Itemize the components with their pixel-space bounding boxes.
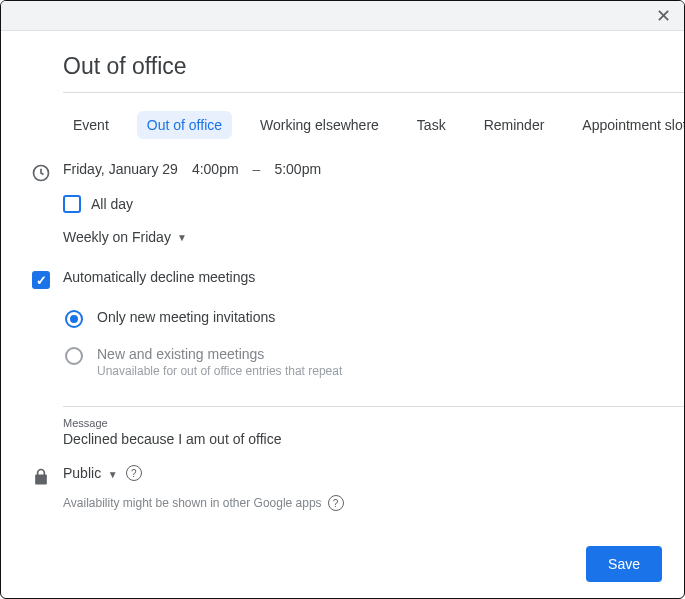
close-icon: ✕ bbox=[656, 6, 671, 26]
radio-new-and-existing-sub: Unavailable for out of office entries th… bbox=[97, 364, 342, 378]
auto-decline-label: Automatically decline meetings bbox=[63, 269, 685, 301]
titlebar: ✕ bbox=[1, 1, 684, 31]
title-underline bbox=[63, 92, 685, 93]
lock-icon bbox=[31, 467, 51, 487]
visibility-section: Public ▼ ? Availability might be shown i… bbox=[63, 465, 685, 511]
date-value[interactable]: Friday, January 29 bbox=[63, 161, 178, 177]
tab-reminder[interactable]: Reminder bbox=[474, 111, 555, 139]
time-dash: – bbox=[253, 161, 261, 177]
recurrence-dropdown[interactable]: Weekly on Friday ▼ bbox=[63, 229, 685, 269]
time-icon-col bbox=[19, 161, 63, 269]
radio-new-only[interactable] bbox=[65, 310, 83, 328]
tab-working-elsewhere[interactable]: Working elsewhere bbox=[250, 111, 389, 139]
time-section: Friday, January 29 4:00pm – 5:00pm All d… bbox=[63, 161, 685, 269]
close-button[interactable]: ✕ bbox=[654, 7, 672, 25]
message-input[interactable]: Declined because I am out of office bbox=[63, 431, 685, 447]
save-button[interactable]: Save bbox=[586, 546, 662, 582]
event-type-tabs: Event Out of office Working elsewhere Ta… bbox=[63, 107, 685, 161]
start-time-value[interactable]: 4:00pm bbox=[192, 161, 239, 177]
check-icon: ✓ bbox=[36, 273, 47, 288]
availability-help-icon[interactable]: ? bbox=[328, 495, 344, 511]
availability-note-row: Availability might be shown in other Goo… bbox=[63, 495, 685, 511]
decline-option-new-only[interactable]: Only new meeting invitations bbox=[63, 301, 685, 338]
message-section: Message Declined because I am out of off… bbox=[63, 406, 685, 465]
radio-new-and-existing bbox=[65, 347, 83, 365]
auto-decline-icon-col: ✓ bbox=[19, 269, 63, 465]
all-day-checkbox[interactable] bbox=[63, 195, 81, 213]
dialog-content: Out of office Event Out of office Workin… bbox=[1, 31, 684, 511]
tab-appointment-slots[interactable]: Appointment slots bbox=[572, 111, 685, 139]
time-row: Friday, January 29 4:00pm – 5:00pm bbox=[63, 161, 685, 195]
visibility-dropdown[interactable]: Public ▼ bbox=[63, 465, 118, 481]
page-title: Out of office bbox=[63, 53, 685, 92]
title-icon-spacer bbox=[19, 53, 63, 161]
end-time-value[interactable]: 5:00pm bbox=[274, 161, 321, 177]
radio-new-only-label: Only new meeting invitations bbox=[97, 309, 275, 325]
visibility-icon-col bbox=[19, 465, 63, 511]
tab-out-of-office[interactable]: Out of office bbox=[137, 111, 232, 139]
message-field-label: Message bbox=[63, 417, 685, 431]
chevron-down-icon: ▼ bbox=[177, 232, 187, 243]
chevron-down-icon: ▼ bbox=[105, 469, 118, 480]
all-day-row: All day bbox=[63, 195, 685, 229]
radio-new-and-existing-label: New and existing meetings bbox=[97, 346, 342, 362]
visibility-help-icon[interactable]: ? bbox=[126, 465, 142, 481]
all-day-label: All day bbox=[91, 196, 133, 212]
title-area: Out of office Event Out of office Workin… bbox=[63, 53, 685, 161]
decline-option-new-and-existing: New and existing meetings Unavailable fo… bbox=[63, 338, 685, 388]
visibility-value: Public bbox=[63, 465, 101, 481]
auto-decline-section: Automatically decline meetings Only new … bbox=[63, 269, 685, 465]
availability-note: Availability might be shown in other Goo… bbox=[63, 496, 322, 510]
recurrence-value: Weekly on Friday bbox=[63, 229, 171, 245]
clock-icon bbox=[31, 163, 51, 183]
visibility-row: Public ▼ ? bbox=[63, 465, 685, 495]
auto-decline-checkbox[interactable]: ✓ bbox=[32, 271, 50, 289]
tab-event[interactable]: Event bbox=[63, 111, 119, 139]
tab-task[interactable]: Task bbox=[407, 111, 456, 139]
